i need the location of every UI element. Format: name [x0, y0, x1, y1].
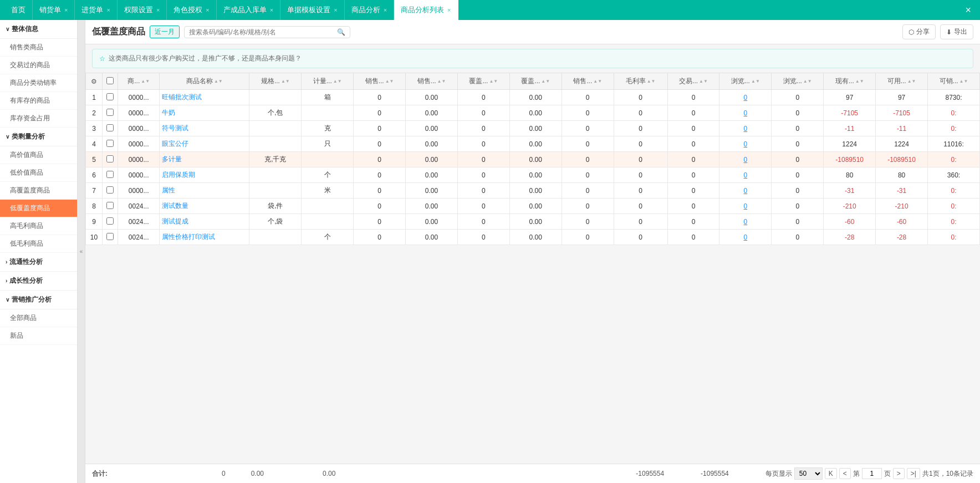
sidebar-item-category-sales[interactable]: 商品分类动销率 [0, 74, 77, 92]
sidebar-item-sales-goods[interactable]: 销售类商品 [0, 39, 77, 57]
sort-arrows[interactable]: ▲▼ [437, 79, 446, 84]
row-browse1[interactable]: 0 [719, 105, 772, 121]
sidebar-item-high-margin[interactable]: 高毛利商品 [0, 217, 77, 235]
window-close-button[interactable]: × [961, 4, 976, 16]
row-select-checkbox[interactable] [106, 124, 114, 131]
row-browse1[interactable]: 0 [719, 230, 772, 245]
nav-item-sales[interactable]: 销货单 × [33, 0, 75, 20]
row-checkbox[interactable] [103, 105, 118, 121]
th-checkbox[interactable] [103, 73, 118, 90]
row-browse1[interactable]: 0 [719, 214, 772, 230]
first-page-button[interactable]: K [825, 468, 837, 479]
row-browse1[interactable]: 0 [719, 136, 772, 152]
nav-item-analysis[interactable]: 商品分析 × [345, 0, 394, 20]
row-select-checkbox[interactable] [106, 233, 114, 240]
nav-item-permission[interactable]: 权限设置 × [118, 0, 167, 20]
row-checkbox[interactable] [103, 167, 118, 183]
row-select-checkbox[interactable] [106, 155, 114, 162]
sort-arrows[interactable]: ▲▼ [959, 79, 968, 84]
sort-arrows[interactable]: ▲▼ [699, 79, 708, 84]
row-select-checkbox[interactable] [106, 140, 114, 147]
sort-arrows[interactable]: ▲▼ [214, 79, 223, 84]
sort-arrows[interactable]: ▲▼ [803, 79, 812, 84]
sidebar-item-high-coverage[interactable]: 高覆盖度商品 [0, 182, 77, 200]
close-icon[interactable]: × [206, 7, 209, 13]
nav-item-role[interactable]: 角色授权 × [167, 0, 216, 20]
row-checkbox[interactable] [103, 230, 118, 245]
sort-arrows[interactable]: ▲▼ [385, 79, 394, 84]
row-checkbox[interactable] [103, 152, 118, 167]
sidebar-collapse-button[interactable]: « [78, 20, 85, 483]
sidebar-item-traded-goods[interactable]: 交易过的商品 [0, 57, 77, 74]
row-name[interactable]: 启用保质期 [160, 167, 249, 183]
sort-arrows[interactable]: ▲▼ [489, 79, 498, 84]
page-size-select[interactable]: 50 100 200 [794, 467, 823, 480]
sidebar-section-marketing[interactable]: ∨ 营销推广分析 [0, 291, 77, 309]
select-all-checkbox[interactable] [106, 77, 114, 84]
sort-arrows[interactable]: ▲▼ [281, 79, 290, 84]
sidebar-item-inventory-capital[interactable]: 库存资金占用 [0, 110, 77, 128]
row-checkbox[interactable] [103, 199, 118, 214]
row-browse1[interactable]: 0 [719, 90, 772, 105]
sidebar-item-low-value[interactable]: 低价值商品 [0, 164, 77, 182]
prev-page-button[interactable]: < [839, 468, 851, 479]
row-browse1[interactable]: 0 [719, 199, 772, 214]
row-name[interactable]: 多计量 [160, 152, 249, 167]
sidebar-section-overall[interactable]: ∨ 整体信息 [0, 20, 77, 39]
sort-arrows[interactable]: ▲▼ [593, 79, 602, 84]
row-name[interactable]: 属性 [160, 183, 249, 199]
sort-arrows[interactable]: ▲▼ [855, 79, 864, 84]
close-icon[interactable]: × [384, 7, 387, 13]
close-icon[interactable]: × [447, 7, 451, 13]
last-page-button[interactable]: >| [907, 468, 920, 479]
row-select-checkbox[interactable] [106, 109, 114, 116]
row-browse1[interactable]: 0 [719, 121, 772, 136]
row-browse1[interactable]: 0 [719, 183, 772, 199]
sort-arrows[interactable]: ▲▼ [907, 79, 916, 84]
search-input[interactable] [189, 28, 335, 36]
sort-arrows[interactable]: ▲▼ [647, 79, 656, 84]
next-page-button[interactable]: > [893, 468, 905, 479]
row-browse1[interactable]: 0 [719, 167, 772, 183]
sidebar-item-new-goods[interactable]: 新品 [0, 327, 77, 345]
nav-item-template[interactable]: 单据模板设置 × [280, 0, 344, 20]
close-icon[interactable]: × [334, 7, 337, 13]
row-name[interactable]: 眼宝公仔 [160, 136, 249, 152]
close-icon[interactable]: × [270, 7, 273, 13]
row-select-checkbox[interactable] [106, 93, 114, 100]
time-filter-button[interactable]: 近一月 [150, 26, 180, 38]
row-select-checkbox[interactable] [106, 217, 114, 225]
row-browse1[interactable]: 0 [719, 152, 772, 167]
row-name[interactable]: 旺铺批次测试 [160, 90, 249, 105]
sidebar-item-low-coverage[interactable]: 低覆盖度商品 [0, 200, 77, 217]
nav-item-purchase[interactable]: 进货单 × [75, 0, 117, 20]
table-wrapper[interactable]: ⚙ 商...▲▼ 商品名称▲▼ 规格...▲▼ 计量...▲▼ 销售...▲▼ … [85, 73, 980, 464]
sidebar-item-high-value[interactable]: 高价值商品 [0, 146, 77, 164]
row-name[interactable]: 符号测试 [160, 121, 249, 136]
row-select-checkbox[interactable] [106, 186, 114, 194]
sidebar-section-quantity[interactable]: ∨ 类剩量分析 [0, 128, 77, 146]
row-select-checkbox[interactable] [106, 202, 114, 209]
row-name[interactable]: 属性价格打印测试 [160, 230, 249, 245]
nav-item-home[interactable]: 首页 [4, 0, 33, 20]
nav-item-analysis-list[interactable]: 商品分析列表 × [394, 0, 458, 20]
sort-arrows[interactable]: ▲▼ [141, 79, 150, 84]
sidebar-item-all-goods[interactable]: 全部商品 [0, 309, 77, 327]
th-settings[interactable]: ⚙ [86, 73, 103, 90]
row-name[interactable]: 测试数量 [160, 199, 249, 214]
row-name[interactable]: 测试提成 [160, 214, 249, 230]
share-button[interactable]: ⬡ 分享 [902, 24, 936, 39]
row-checkbox[interactable] [103, 214, 118, 230]
row-select-checkbox[interactable] [106, 171, 114, 178]
sort-arrows[interactable]: ▲▼ [751, 79, 760, 84]
row-checkbox[interactable] [103, 183, 118, 199]
row-checkbox[interactable] [103, 121, 118, 136]
close-icon[interactable]: × [64, 7, 68, 13]
sidebar-item-low-margin[interactable]: 低毛利商品 [0, 235, 77, 253]
sort-arrows[interactable]: ▲▼ [333, 79, 342, 84]
nav-item-warehouse[interactable]: 产成品入库单 × [217, 0, 280, 20]
close-icon[interactable]: × [106, 7, 110, 13]
row-checkbox[interactable] [103, 90, 118, 105]
export-button[interactable]: ⬇ 导出 [940, 24, 973, 39]
sort-arrows[interactable]: ▲▼ [541, 79, 550, 84]
